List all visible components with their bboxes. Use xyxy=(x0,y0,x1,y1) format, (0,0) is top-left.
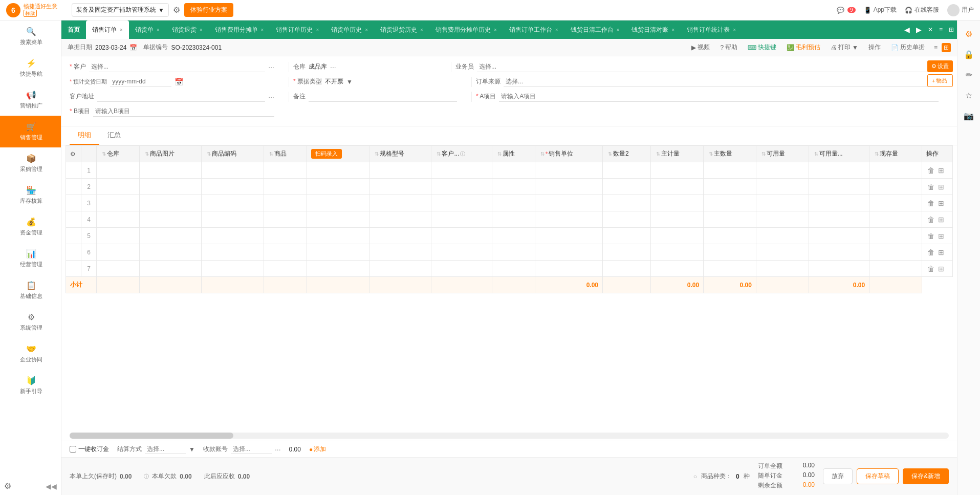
th-customer-code[interactable]: ⇅客户...ⓘ xyxy=(431,146,492,162)
row-spec-6[interactable] xyxy=(369,244,431,261)
th-attributes[interactable]: ⇅属性 xyxy=(492,146,535,162)
row-warehouse-4[interactable] xyxy=(97,211,140,228)
nav-next-icon[interactable]: ▶ xyxy=(913,26,925,34)
nav-tab-sales_expense_split[interactable]: 销售费用分摊单× xyxy=(209,20,270,39)
row-spec-2[interactable] xyxy=(369,179,431,195)
row-sales-unit-1[interactable] xyxy=(535,162,602,179)
row-product-image-6[interactable] xyxy=(139,244,202,261)
row-warehouse-7[interactable] xyxy=(97,261,140,277)
row-qty2-4[interactable] xyxy=(603,211,651,228)
row-available-5[interactable] xyxy=(756,228,809,244)
row-available-3[interactable] xyxy=(756,195,809,211)
row-customer-code-6[interactable] xyxy=(431,244,492,261)
sidebar-item-marketing[interactable]: 📢 营销推广 xyxy=(0,84,61,116)
collapse-icon[interactable]: ◀◀ xyxy=(46,482,57,490)
sidebar-item-finance[interactable]: 💰 资金管理 xyxy=(0,211,61,243)
row-attributes-7[interactable] xyxy=(492,261,535,277)
tab-close-sales_order[interactable]: × xyxy=(120,27,123,33)
th-product-image[interactable]: ⇅商品图片 xyxy=(139,146,202,162)
save-draft-btn[interactable]: 保存草稿 xyxy=(857,468,899,484)
delete-icon-7[interactable]: 🗑 xyxy=(927,265,934,273)
row-sales-unit-5[interactable] xyxy=(535,228,602,244)
bank-account-input[interactable] xyxy=(231,444,272,454)
tab-close-cash_daily_workbench[interactable]: × xyxy=(617,27,620,33)
row-available-4[interactable] xyxy=(756,211,809,228)
row-qty2-1[interactable] xyxy=(603,162,651,179)
delete-icon-3[interactable]: 🗑 xyxy=(927,199,934,207)
row-product-image-3[interactable] xyxy=(139,195,202,211)
grid-view-icon[interactable]: ⊞ xyxy=(942,43,951,52)
gear-icon[interactable]: ⚙ xyxy=(70,150,76,158)
row-current-stock-2[interactable] xyxy=(869,179,922,195)
row-spec-3[interactable] xyxy=(369,195,431,211)
tab-close-sales_return[interactable]: × xyxy=(157,27,160,33)
tab-close-sales_expense_split[interactable]: × xyxy=(261,27,264,33)
tab-detail[interactable]: 明细 xyxy=(70,126,99,145)
row-available2-4[interactable] xyxy=(809,211,869,228)
order-source-input[interactable] xyxy=(504,76,929,87)
sidebar-item-inventory[interactable]: 🏪 库存核算 xyxy=(0,179,61,211)
row-warehouse-3[interactable] xyxy=(97,195,140,211)
th-main-unit[interactable]: ⇅主计量 xyxy=(651,146,704,162)
nav-expand-icon[interactable]: ⊞ xyxy=(946,26,957,33)
side-settings-btn[interactable]: ⚙ xyxy=(960,25,978,43)
tab-close-sales_expense_split_history[interactable]: × xyxy=(494,27,497,33)
row-available-1[interactable] xyxy=(756,162,809,179)
delete-icon-1[interactable]: 🗑 xyxy=(927,166,934,175)
scan-btn[interactable]: 扫码录入 xyxy=(311,149,342,159)
row-main-unit-7[interactable] xyxy=(651,261,704,277)
row-available-6[interactable] xyxy=(756,244,809,261)
copy-icon-1[interactable]: ⊞ xyxy=(938,166,944,175)
row-main-qty-6[interactable] xyxy=(704,244,756,261)
nav-tab-home[interactable]: 首页 xyxy=(61,20,86,39)
user-item[interactable]: 用户 xyxy=(947,4,974,16)
tab-close-sales_order_history[interactable]: × xyxy=(316,27,319,33)
row-product-code-6[interactable] xyxy=(202,244,264,261)
row-product-code-7[interactable] xyxy=(202,261,264,277)
row-spec-7[interactable] xyxy=(369,261,431,277)
help-btn[interactable]: ? 帮助 xyxy=(717,42,741,53)
row-customer-code-1[interactable] xyxy=(431,162,492,179)
row-available2-5[interactable] xyxy=(809,228,869,244)
row-available2-2[interactable] xyxy=(809,179,869,195)
th-product-code[interactable]: ⇅商品编码 xyxy=(202,146,264,162)
row-available-7[interactable] xyxy=(756,261,809,277)
th-spec[interactable]: ⇅规格型号 xyxy=(369,146,431,162)
row-main-unit-1[interactable] xyxy=(651,162,704,179)
row-sales-unit-6[interactable] xyxy=(535,244,602,261)
row-spec-5[interactable] xyxy=(369,228,431,244)
tab-close-sales_return_history[interactable]: × xyxy=(365,27,368,33)
row-current-stock-1[interactable] xyxy=(869,162,922,179)
copy-icon-6[interactable]: ⊞ xyxy=(938,248,944,256)
row-main-qty-7[interactable] xyxy=(704,261,756,277)
row-product-image-2[interactable] xyxy=(139,179,202,195)
row-product-code-2[interactable] xyxy=(202,179,264,195)
copy-icon-7[interactable]: ⊞ xyxy=(938,265,944,273)
sidebar-item-sales[interactable]: 🛒 销售管理 xyxy=(0,116,61,147)
delete-icon-5[interactable]: 🗑 xyxy=(927,232,934,240)
nav-tab-sales_return_goods_history[interactable]: 销货退货历史× xyxy=(374,20,429,39)
row-product-name-4[interactable] xyxy=(264,211,307,228)
row-attributes-4[interactable] xyxy=(492,211,535,228)
row-product-name-1[interactable] xyxy=(264,162,307,179)
tab-close-cash_reconcile[interactable]: × xyxy=(671,27,674,33)
payment-method-input[interactable] xyxy=(145,444,186,454)
b-project-input[interactable] xyxy=(93,106,274,117)
row-product-image-5[interactable] xyxy=(139,228,202,244)
row-available2-7[interactable] xyxy=(809,261,869,277)
row-spec-4[interactable] xyxy=(369,211,431,228)
row-product-code-4[interactable] xyxy=(202,211,264,228)
sidebar-item-purchase[interactable]: 📦 采购管理 xyxy=(0,147,61,179)
notification-item[interactable]: 💬 9 xyxy=(837,7,856,14)
delete-icon-4[interactable]: 🗑 xyxy=(927,216,934,224)
nav-close-icon[interactable]: ✕ xyxy=(925,26,936,33)
profit-btn[interactable]: 💹 毛利预估 xyxy=(783,42,823,53)
row-customer-code-2[interactable] xyxy=(431,179,492,195)
row-main-unit-3[interactable] xyxy=(651,195,704,211)
row-current-stock-5[interactable] xyxy=(869,228,922,244)
row-available-2[interactable] xyxy=(756,179,809,195)
row-current-stock-3[interactable] xyxy=(869,195,922,211)
tab-close-sales_order_workbench[interactable]: × xyxy=(555,27,558,33)
th-current-stock[interactable]: ⇅现存量 xyxy=(869,146,922,162)
th-available2[interactable]: ⇅可用量... xyxy=(809,146,869,162)
